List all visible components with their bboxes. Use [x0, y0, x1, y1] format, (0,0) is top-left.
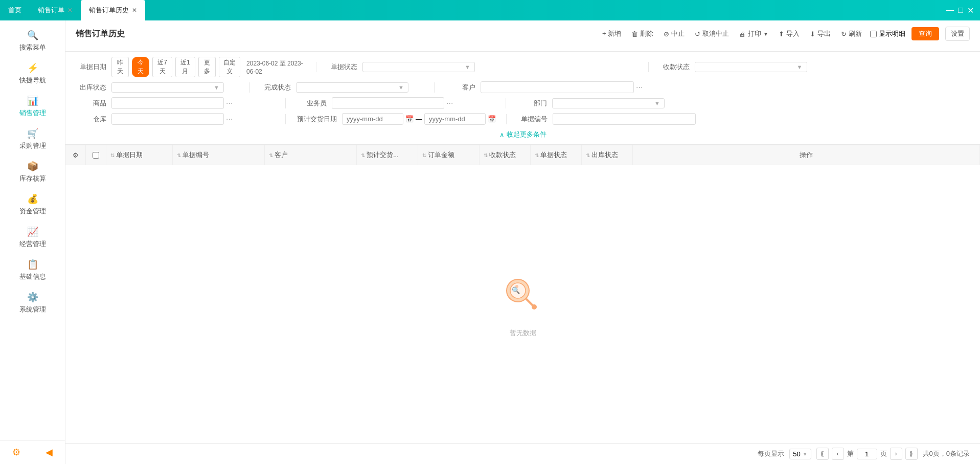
- cancel-stop-button-label: 取消中止: [702, 29, 729, 38]
- sort-icon-order: ⇅: [535, 152, 539, 158]
- sidebar-item-basic-info[interactable]: 📋 基础信息: [0, 254, 65, 286]
- toolbar: + 新增 🗑 删除 ⊘ 中止 ↺ 取消中止 🖨: [600, 27, 970, 41]
- order-status-filter: ▼: [362, 62, 638, 72]
- tab-sales-order[interactable]: 销售订单 ✕: [30, 0, 81, 20]
- warehouse-label: 仓库: [76, 115, 111, 124]
- customer-input[interactable]: [481, 81, 634, 93]
- yesterday-btn[interactable]: 昨天: [111, 57, 129, 77]
- close-button[interactable]: ✕: [967, 6, 974, 15]
- settings-button[interactable]: 设置: [945, 27, 970, 41]
- col-order-status-label: 单据状态: [540, 150, 567, 160]
- last-page-button[interactable]: ⟫: [905, 448, 918, 460]
- refresh-button[interactable]: ↻ 刷新: [839, 28, 864, 39]
- empty-state: 🔍 暂无数据: [477, 251, 569, 358]
- tab-sales-order-history[interactable]: 销售订单历史 ✕: [81, 0, 145, 20]
- tab-sales-order-close[interactable]: ✕: [67, 7, 73, 14]
- col-operation-label: 操作: [800, 150, 813, 160]
- delivery-date-end-icon[interactable]: 📅: [488, 115, 496, 123]
- prev-page-button[interactable]: ‹: [832, 448, 844, 460]
- import-button[interactable]: ⬆ 导入: [777, 28, 802, 39]
- per-page-value: 50: [793, 450, 800, 458]
- receipt-status-select[interactable]: ▼: [695, 62, 807, 72]
- last1m-btn[interactable]: 近1月: [175, 57, 195, 77]
- custom-btn[interactable]: 自定义: [219, 57, 240, 77]
- sidebar-item-operations-mgmt[interactable]: 📈 经营管理: [0, 221, 65, 254]
- salesperson-input[interactable]: [332, 97, 444, 109]
- salesperson-dots-icon[interactable]: ···: [446, 99, 453, 108]
- delivery-date-wrap: 📅 — 📅: [342, 113, 496, 125]
- goods-input[interactable]: [111, 97, 224, 109]
- last7-btn[interactable]: 近7天: [152, 57, 172, 77]
- col-check: [86, 145, 106, 165]
- order-number-input[interactable]: [553, 113, 696, 125]
- purchase-mgmt-icon: 🛒: [27, 128, 38, 139]
- warehouse-input[interactable]: [111, 113, 224, 125]
- order-status-select[interactable]: ▼: [362, 62, 475, 72]
- query-button[interactable]: 查询: [911, 27, 939, 40]
- department-select[interactable]: ▼: [552, 98, 665, 108]
- delivery-date-end[interactable]: [424, 113, 486, 125]
- select-all-checkbox[interactable]: [93, 152, 99, 159]
- empty-illustration: 🔍: [497, 271, 549, 322]
- today-btn[interactable]: 今天: [132, 57, 149, 77]
- delete-button-label: 删除: [640, 29, 653, 38]
- display-detail-checkbox[interactable]: [870, 31, 877, 37]
- cancel-stop-button[interactable]: ↺ 取消中止: [693, 28, 731, 39]
- sidebar-item-quick-nav-label: 快捷导航: [19, 76, 46, 85]
- completion-status-select[interactable]: ▼: [296, 82, 408, 93]
- export-icon: ⬇: [810, 30, 815, 38]
- goods-label: 商品: [76, 99, 111, 108]
- sidebar-item-purchase-mgmt[interactable]: 🛒 采购管理: [0, 123, 65, 156]
- per-page-select[interactable]: 50 ▼: [789, 449, 811, 459]
- page-title: 销售订单历史: [76, 29, 125, 39]
- pagination: ⟪ ‹ 第 页 › ⟫: [816, 448, 918, 460]
- sidebar-item-search-menu[interactable]: 🔍 搜索菜单: [0, 25, 65, 57]
- customer-dots-icon[interactable]: ···: [636, 83, 643, 92]
- table-body: 🔍 暂无数据: [65, 165, 980, 443]
- top-bar: 首页 销售订单 ✕ 销售订单历史 ✕ — □ ✕: [0, 0, 980, 20]
- sidebar-item-sales-mgmt[interactable]: 📊 销售管理: [0, 90, 65, 123]
- filter-row-3: 商品 ··· 业务员 ··· 部门 ▼: [76, 97, 970, 109]
- delivery-date-start[interactable]: [342, 113, 403, 125]
- receipt-status-arrow-icon: ▼: [797, 64, 803, 70]
- per-page-label: 每页显示: [758, 449, 784, 458]
- order-number-filter: [553, 113, 970, 125]
- date-range: 2023-06-02 至 2023-06-02: [246, 59, 306, 75]
- sidebar-item-inventory-check[interactable]: 📦 库存核算: [0, 156, 65, 188]
- collapse-button[interactable]: ∧ 收起更多条件: [499, 130, 546, 139]
- first-page-button[interactable]: ⟪: [816, 448, 829, 460]
- restore-button[interactable]: □: [958, 6, 963, 15]
- quick-nav-icon: ⚡: [27, 62, 38, 74]
- delivery-date-start-icon[interactable]: 📅: [405, 115, 414, 123]
- divider7: [285, 114, 286, 124]
- col-order-status: ⇅ 单据状态: [531, 145, 582, 165]
- sidebar-settings-icon[interactable]: ⚙: [12, 447, 20, 458]
- expected-delivery-label: 预计交货日期: [296, 115, 342, 124]
- stop-icon: ⊘: [664, 30, 669, 38]
- next-page-button[interactable]: ›: [890, 448, 902, 460]
- more-btn[interactable]: 更多: [198, 57, 216, 77]
- export-button[interactable]: ⬇ 导出: [808, 28, 833, 39]
- col-settings[interactable]: ⚙: [65, 145, 86, 165]
- page-input[interactable]: [857, 449, 877, 459]
- goods-dots-icon[interactable]: ···: [226, 99, 233, 108]
- sidebar-item-system-mgmt[interactable]: ⚙️ 系统管理: [0, 286, 65, 319]
- sidebar-item-quick-nav[interactable]: ⚡ 快捷导航: [0, 57, 65, 90]
- tab-home[interactable]: 首页: [0, 0, 30, 20]
- export-button-label: 导出: [817, 29, 831, 38]
- collapse-up-icon: ∧: [499, 131, 505, 139]
- cancel-stop-icon: ↺: [695, 30, 700, 38]
- sidebar-collapse-icon[interactable]: ◀: [45, 447, 53, 458]
- filter-row-2: 出库状态 ▼ 完成状态 ▼ 客户: [76, 81, 970, 93]
- print-icon: 🖨: [739, 30, 746, 38]
- outbound-status-select[interactable]: ▼: [111, 82, 224, 93]
- warehouse-dots-icon[interactable]: ···: [226, 115, 233, 124]
- sidebar-item-funds-mgmt[interactable]: 💰 资金管理: [0, 188, 65, 221]
- delete-icon: 🗑: [631, 30, 638, 38]
- minimize-button[interactable]: —: [946, 6, 954, 15]
- tab-sales-order-history-close[interactable]: ✕: [132, 7, 137, 14]
- new-button[interactable]: + 新增: [600, 28, 623, 39]
- delete-button[interactable]: 🗑 删除: [629, 28, 655, 39]
- stop-button[interactable]: ⊘ 中止: [662, 28, 687, 39]
- print-button[interactable]: 🖨 打印 ▼: [737, 28, 770, 39]
